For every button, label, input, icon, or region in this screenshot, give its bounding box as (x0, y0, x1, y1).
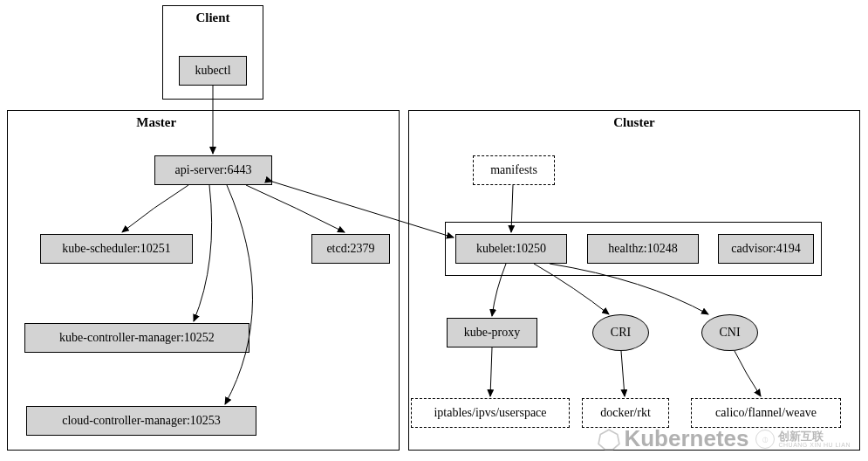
cadvisor-node: cadvisor:4194 (718, 234, 814, 264)
cluster-label: Cluster (613, 115, 655, 130)
kubectl-text: kubectl (195, 64, 230, 78)
cxhl-logo-icon: ⦶ (755, 430, 775, 449)
kubelet-text: kubelet:10250 (476, 242, 546, 256)
etcd-node: etcd:2379 (311, 234, 390, 264)
kube-scheduler-node: kube-scheduler:10251 (40, 234, 193, 264)
watermark: Kubernetes ⦶ 创新互联 CHUANG XIN HU LIAN (598, 425, 851, 452)
kubernetes-logo-icon (598, 428, 620, 451)
api-server-node: api-server:6443 (154, 155, 272, 185)
svg-marker-6 (599, 430, 620, 450)
cni-text: CNI (719, 326, 740, 340)
kube-proxy-node: kube-proxy (447, 318, 537, 347)
cadvisor-text: cadvisor:4194 (731, 242, 800, 256)
cxhl-brand-sub-text: CHUANG XIN HU LIAN (778, 442, 851, 448)
calico-text: calico/flannel/weave (715, 406, 817, 420)
cri-text: CRI (611, 326, 631, 340)
healthz-text: healthz:10248 (608, 242, 677, 256)
etcd-text: etcd:2379 (326, 242, 374, 256)
docker-node: docker/rkt (582, 398, 669, 428)
cxhl-brand-text: 创新互联 (778, 430, 851, 442)
kubelet-node: kubelet:10250 (455, 234, 567, 264)
calico-node: calico/flannel/weave (691, 398, 841, 428)
kube-proxy-text: kube-proxy (464, 326, 521, 340)
manifests-node: manifests (473, 155, 555, 185)
healthz-node: healthz:10248 (587, 234, 699, 264)
docker-text: docker/rkt (600, 406, 651, 420)
api-server-text: api-server:6443 (175, 163, 252, 177)
kubectl-node: kubectl (179, 56, 247, 86)
cni-node: CNI (701, 314, 758, 351)
cloud-controller-manager-node: cloud-controller-manager:10253 (26, 406, 256, 436)
cloud-controller-manager-text: cloud-controller-manager:10253 (62, 414, 221, 428)
kubernetes-watermark-text: Kubernetes (624, 425, 748, 452)
manifests-text: manifests (490, 163, 537, 177)
kube-controller-manager-text: kube-controller-manager:10252 (59, 331, 215, 345)
client-label: Client (195, 10, 229, 25)
iptables-node: iptables/ipvs/userspace (411, 398, 570, 428)
master-label: Master (136, 115, 176, 130)
cxhl-watermark: ⦶ 创新互联 CHUANG XIN HU LIAN (755, 430, 851, 449)
kube-controller-manager-node: kube-controller-manager:10252 (24, 323, 249, 353)
iptables-text: iptables/ipvs/userspace (434, 406, 546, 420)
kubernetes-watermark: Kubernetes (598, 425, 748, 452)
kube-scheduler-text: kube-scheduler:10251 (62, 242, 170, 256)
cri-node: CRI (592, 314, 649, 351)
